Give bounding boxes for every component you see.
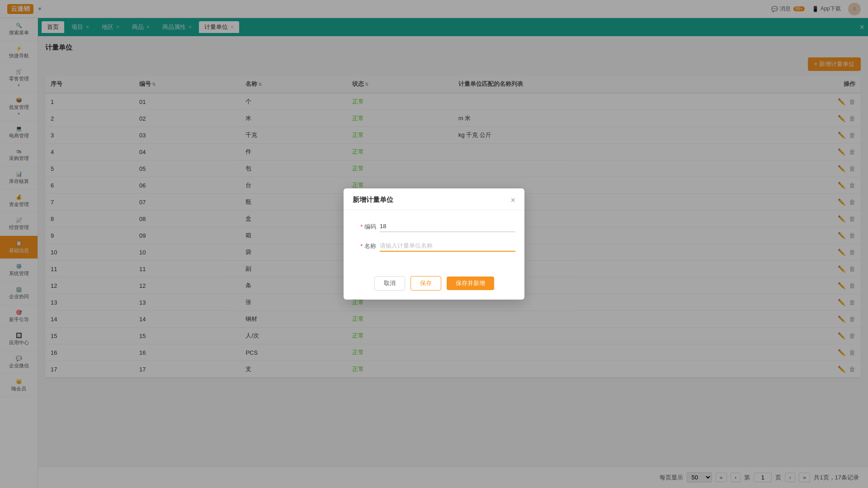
save-button[interactable]: 保存 bbox=[410, 276, 441, 291]
modal-overlay: 新增计量单位 × * 编码 * 名称 取消 保存 保存并新增 bbox=[0, 0, 868, 488]
add-unit-modal: 新增计量单位 × * 编码 * 名称 取消 保存 保存并新增 bbox=[344, 188, 524, 300]
form-item-code: * 编码 bbox=[353, 221, 515, 232]
name-input[interactable] bbox=[380, 240, 515, 252]
modal-close-button[interactable]: × bbox=[510, 196, 515, 204]
cancel-button[interactable]: 取消 bbox=[374, 276, 405, 291]
modal-title: 新增计量单位 bbox=[353, 196, 393, 204]
name-label: * 名称 bbox=[353, 242, 380, 250]
code-label: * 编码 bbox=[353, 223, 380, 231]
name-required-mark: * bbox=[360, 243, 363, 249]
modal-body: * 编码 * 名称 bbox=[344, 210, 524, 271]
code-required-mark: * bbox=[360, 223, 363, 230]
form-item-name: * 名称 bbox=[353, 240, 515, 252]
modal-header: 新增计量单位 × bbox=[344, 188, 524, 210]
code-input[interactable] bbox=[380, 221, 515, 232]
modal-footer: 取消 保存 保存并新增 bbox=[344, 271, 524, 300]
save-and-new-button[interactable]: 保存并新增 bbox=[447, 277, 494, 290]
